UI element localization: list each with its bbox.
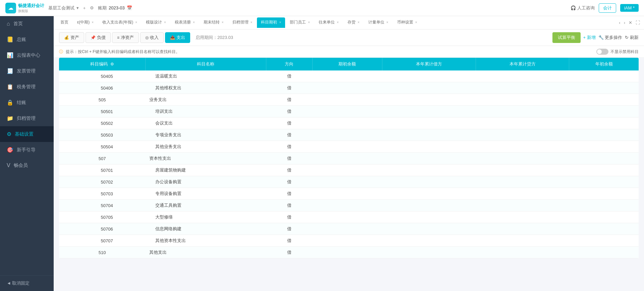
sidebar-item-invoice[interactable]: 🧾 发票管理 [0,63,54,79]
table-row[interactable]: 50502会议支出借 [59,117,639,129]
cell-name: 信息网络购建 [145,223,266,235]
tab-dept[interactable]: 部门员工 × [286,17,314,28]
tab-close-counterparty[interactable]: × [337,20,339,24]
tab-tax[interactable]: 税表清册 × [171,17,199,28]
tab-close-midterm[interactable]: × [92,20,94,24]
guide-icon: 🎯 [7,147,13,153]
tab-inventory[interactable]: 存货 × [343,17,364,28]
cell-opening-balance [312,70,382,82]
logo-text: 畅捷通好会计 旗舰版 [18,3,44,13]
table-row[interactable]: 50701房屋建筑物购建借 [59,164,639,176]
cell-name: 其他支出 [145,247,266,258]
tab-close-unit[interactable]: × [386,20,388,24]
sidebar-item-tax[interactable]: 📋 税务管理 [0,79,54,95]
sidebar-item-settings[interactable]: ⚙ 基础设置 [0,126,54,142]
logo-area: ☁ 畅捷通好会计 旗舰版 [5,3,44,13]
table-row[interactable]: 50705大型修缮借 [59,211,639,223]
expenditure-icon: 📤 [170,35,175,40]
cell-opening-balance [312,223,382,235]
sub-tab-net-assets[interactable]: ≡ 净资产 [112,32,139,43]
sidebar-item-guide[interactable]: 🎯 新手引导 [0,142,54,158]
cell-opening-balance [312,164,382,176]
iam-button[interactable]: iAM * [620,4,639,12]
settings-icon[interactable]: ⚙ [90,5,94,10]
refresh-button[interactable]: ↻ 刷新 [625,35,639,41]
tab-expand-button[interactable]: ⛶ [634,20,641,25]
tab-close-currency[interactable]: × [415,20,417,24]
tab-navigation: ‹ › ✕ ⛶ [618,20,641,25]
sidebar-item-member[interactable]: V 畅会员 [0,158,54,173]
tab-currency[interactable]: 币种设置 × [393,17,421,28]
cell-code: 50704 [59,200,145,211]
table-row[interactable]: 50405送温暖支出借 [59,70,639,82]
dropdown-icon[interactable]: ▾ [76,5,79,10]
sub-tab-expenditure[interactable]: 📤 支出 [165,32,190,43]
table-row[interactable]: 50707其他资本性支出借 [59,235,639,247]
table-row[interactable]: 505业务支出借 [59,94,639,106]
sidebar-label-close: 结账 [17,100,26,106]
sub-tab-assets[interactable]: 💰 资产 [59,32,84,43]
tab-close-archive[interactable]: × [251,20,253,24]
calendar-icon[interactable]: 📅 [127,5,132,10]
table-row[interactable]: 50704交通工具购置借 [59,200,639,211]
calc-balance-button[interactable]: 试算平衡 [552,32,581,43]
table-row[interactable]: 50703专用设备购置借 [59,188,639,200]
tab-counterparty[interactable]: 往来单位 × [315,17,343,28]
tab-unit[interactable]: 计量单位 × [364,17,392,28]
tab-subject-init[interactable]: 科目期初 × [257,17,285,28]
disabled-toggle[interactable] [596,49,608,55]
tab-home[interactable]: 首页 [56,17,72,28]
cell-code: 50702 [59,176,145,188]
tab-prev-button[interactable]: ‹ [618,20,622,25]
tab-next-button[interactable]: › [623,20,627,25]
sidebar-item-close[interactable]: 🔒 结账 [0,95,54,110]
sidebar-item-archive[interactable]: 📁 归档管理 [0,110,54,126]
tab-close-inventory[interactable]: × [358,20,360,24]
sub-tab-assets-label: 资产 [70,35,79,41]
tab-template[interactable]: 模版设计 × [142,17,170,28]
cell-ytd-credit [476,200,569,211]
add-button[interactable]: + 新增 [583,35,596,41]
help-button[interactable]: 🎧 人工咨询 [571,5,595,11]
table-row[interactable]: 50504其他业务支出借 [59,141,639,153]
sidebar-collapse-button[interactable]: ◄ 取消固定 [0,275,54,291]
sidebar-item-reports[interactable]: 📊 云报表中心 [0,47,54,63]
tab-close-all-button[interactable]: ✕ [627,20,634,25]
table-row[interactable]: 507资本性支出借 [59,153,639,164]
sidebar-item-ledger[interactable]: 📒 总账 [0,32,54,47]
cell-year-opening [569,106,639,117]
add-project-icon[interactable]: ＋ [82,5,87,11]
tab-period-close[interactable]: 期末结转 × [200,17,228,28]
table-row[interactable]: 50702办公设备购置借 [59,176,639,188]
sidebar-item-home[interactable]: ⌂ 首页 [0,16,54,32]
tab-annual-report[interactable]: 收入支出表(年报) × [98,17,141,28]
tab-close-template[interactable]: × [164,20,166,24]
sidebar-label-home: 首页 [13,21,23,27]
cell-opening-balance [312,106,382,117]
tab-close-dept[interactable]: × [308,20,310,24]
cell-name: 专用设备购置 [145,188,266,200]
tab-close-subject-init[interactable]: × [279,20,281,24]
cell-year-opening [569,200,639,211]
sidebar-label-archive: 归档管理 [17,115,36,122]
sub-tab-income[interactable]: ◎ 收入 [140,32,164,43]
sub-tab-liabilities[interactable]: 📌 负债 [86,32,111,43]
tab-close-tax[interactable]: × [193,20,195,24]
table-row[interactable]: 50501培训支出借 [59,106,639,117]
tab-close-period-close[interactable]: × [222,20,224,24]
table-row[interactable]: 50706信息网络购建借 [59,223,639,235]
subjects-table: 科目编码 ⚙ 科目名称 方向 期初余额 [59,58,639,258]
table-row[interactable]: 510其他支出借 [59,247,639,258]
cell-direction: 借 [266,153,312,164]
table-row[interactable]: 50503专项业务支出借 [59,129,639,141]
tab-midterm[interactable]: ε(中期) × [73,17,98,28]
tab-subject-init-label: 科目期初 [261,19,277,25]
cell-year-opening [569,141,639,153]
account-button[interactable]: 会计 [599,3,616,13]
col-settings-icon[interactable]: ⚙ [110,62,114,66]
more-operations-button[interactable]: 🔧 更多操作 [598,35,623,41]
cell-ytd-debit [382,106,476,117]
table-row[interactable]: 50406其他维权支出借 [59,82,639,94]
tab-close-annual-report[interactable]: × [135,20,137,24]
tab-archive[interactable]: 归档管理 × [228,17,257,28]
